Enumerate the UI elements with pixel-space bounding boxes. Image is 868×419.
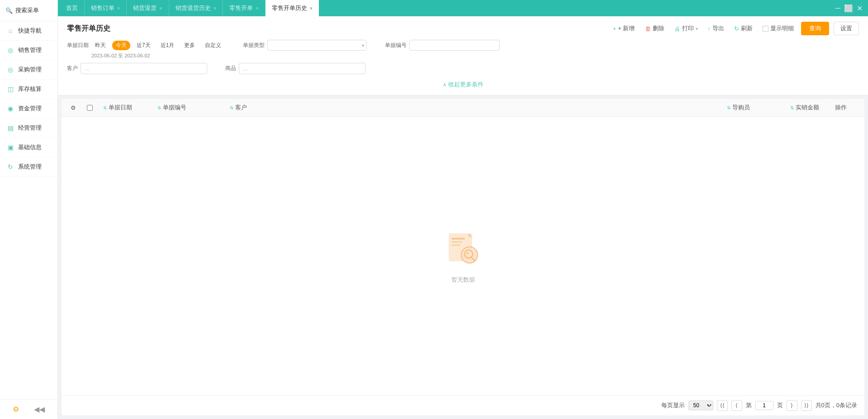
date-btn-custom[interactable]: 自定义	[201, 41, 225, 50]
export-button[interactable]: ↑ 导出	[705, 23, 727, 34]
add-button[interactable]: + + 新增	[610, 23, 638, 34]
select-all-checkbox[interactable]	[87, 105, 93, 111]
sales-icon: ◎	[6, 46, 14, 54]
date-btn-more[interactable]: 更多	[180, 41, 199, 50]
maximize-icon[interactable]: ⬜	[844, 4, 853, 13]
tab-retail-open-label: 零售开单	[229, 4, 253, 12]
tab-sales-return-history[interactable]: 销货退货历史 ×	[169, 0, 223, 16]
display-label: 显示明细	[770, 24, 794, 33]
tab-sales-return[interactable]: 销货退货 ×	[127, 0, 169, 16]
sidebar-item-label: 库存核算	[18, 85, 42, 93]
filter-row-1: 单据日期 昨天 今天 近7天 近1月 更多 自定义 单据类型	[67, 40, 859, 51]
date-btn-7days[interactable]: 近7天	[133, 41, 154, 50]
delete-button[interactable]: 🗑 删除	[642, 23, 667, 34]
sort-icon-no: ⇅	[157, 105, 161, 110]
page-header: 零售开单历史 + + 新增 🗑 删除 🖨 打印 ▾	[58, 16, 868, 95]
empty-state: 暂无数据	[62, 117, 864, 395]
display-detail-toggle[interactable]: 显示明细	[760, 23, 797, 34]
th-no-label: 单据编号	[163, 104, 186, 112]
sidebar-item-label: 基础信息	[18, 143, 42, 151]
export-label: 导出	[712, 24, 724, 33]
query-button[interactable]: 查询	[801, 22, 829, 35]
search-label: 搜索采单	[15, 6, 39, 14]
print-label: 打印	[682, 24, 694, 33]
close-sales-order-icon[interactable]: ×	[117, 5, 120, 11]
doc-no-input[interactable]	[409, 40, 500, 51]
sidebar-item-label: 快捷导航	[18, 27, 42, 35]
top-tabs-bar: 首页 销售订单 × 销货退货 × 销货退货历史 × 零售开单 × 零售开单历史 …	[58, 0, 868, 16]
th-customer[interactable]: ⇅ 客户	[226, 99, 723, 116]
date-btn-1month[interactable]: 近1月	[157, 41, 178, 50]
goods-label: 商品	[225, 65, 236, 72]
collapse-label: 收起更多条件	[448, 80, 484, 89]
refresh-button[interactable]: ↻ 刷新	[731, 23, 755, 34]
goods-input[interactable]: ...	[239, 63, 365, 74]
print-icon: 🖨	[674, 25, 680, 32]
date-btn-today[interactable]: 今天	[112, 41, 130, 50]
doc-type-select[interactable]	[267, 40, 367, 51]
setting-button[interactable]: 设置	[834, 22, 859, 35]
th-gear[interactable]: ⚙	[67, 100, 83, 116]
th-guide[interactable]: ⇅ 导购员	[723, 99, 768, 116]
th-check[interactable]	[83, 100, 100, 115]
sidebar-item-inventory[interactable]: ◫ 库存核算	[0, 80, 57, 99]
sidebar-item-finance[interactable]: ◉ 资金管理	[0, 99, 57, 118]
date-btn-yesterday[interactable]: 昨天	[91, 41, 109, 50]
per-page-select[interactable]: 50 100 200	[688, 400, 713, 410]
th-date[interactable]: ⇅ 单据日期	[100, 99, 154, 116]
sidebar-item-label: 经营管理	[18, 124, 42, 132]
close-retail-open-icon[interactable]: ×	[256, 5, 258, 11]
search-menu-item[interactable]: 🔍 搜索采单	[0, 0, 57, 21]
purchase-icon: ◎	[6, 66, 14, 74]
filter-date: 单据日期 昨天 今天 近7天 近1月 更多 自定义	[67, 41, 225, 50]
customer-input[interactable]: ...	[81, 63, 207, 74]
page-suffix-label: 页	[777, 401, 783, 410]
close-sales-return-history-icon[interactable]: ×	[213, 5, 216, 11]
tab-home-label: 首页	[66, 4, 78, 12]
sort-icon-date: ⇅	[103, 105, 107, 110]
page-prefix-label: 第	[746, 401, 752, 410]
sidebar-item-purchase-mgmt[interactable]: ◎ 采购管理	[0, 60, 57, 80]
tab-retail-open[interactable]: 零售开单 ×	[223, 0, 265, 16]
window-controls: ─ ⬜ ✕	[835, 4, 866, 13]
date-filters: 昨天 今天 近7天 近1月 更多 自定义	[91, 41, 225, 50]
svg-rect-3	[451, 245, 460, 246]
ops-icon: ▤	[6, 124, 14, 132]
print-button[interactable]: 🖨 打印 ▾	[672, 23, 701, 34]
sidebar-item-basic-info[interactable]: ▣ 基础信息	[0, 138, 57, 157]
sidebar-item-system-mgmt[interactable]: ↻ 系统管理	[0, 157, 57, 177]
delete-icon: 🗑	[645, 25, 651, 32]
basic-icon: ▣	[6, 143, 14, 151]
tab-sales-order[interactable]: 销售订单 ×	[85, 0, 127, 16]
sort-icon-customer: ⇅	[230, 105, 233, 110]
chevron-up-icon: ∧	[443, 82, 446, 88]
sidebar-item-sales-mgmt[interactable]: ◎ 销售管理	[0, 41, 57, 60]
pagination: 每页显示 50 100 200 ⟨⟨ ⟨ 第 页 ⟩ ⟩⟩ 共0页，0条记录	[62, 395, 864, 415]
date-label: 单据日期	[67, 42, 89, 49]
tab-retail-open-history[interactable]: 零售开单历史 ×	[266, 0, 319, 16]
first-page-button[interactable]: ⟨⟨	[717, 400, 728, 411]
close-retail-open-history-icon[interactable]: ×	[310, 5, 313, 11]
sidebar-item-quick-nav[interactable]: ⌂ 快捷导航	[0, 21, 57, 41]
collapse-sidebar-icon[interactable]: ◀◀	[34, 405, 45, 414]
doc-type-select-wrapper	[267, 40, 367, 51]
th-no[interactable]: ⇅ 单据编号	[154, 99, 226, 116]
settings-gear-icon[interactable]: ⚙	[13, 405, 19, 414]
window-close-icon[interactable]: ✕	[857, 4, 863, 13]
next-page-button[interactable]: ⟩	[787, 400, 797, 411]
minimize-icon[interactable]: ─	[835, 4, 840, 12]
filter-customer: 客户 ...	[67, 63, 207, 74]
collapse-more-btn[interactable]: ∧ 收起更多条件	[67, 79, 859, 90]
close-sales-return-icon[interactable]: ×	[159, 5, 162, 11]
sidebar-item-ops-mgmt[interactable]: ▤ 经营管理	[0, 118, 57, 138]
table-area: ⚙ ⇅ 单据日期 ⇅ 单据编号 ⇅ 客户 ⇅	[62, 99, 864, 415]
th-amount[interactable]: ⇅ 实销金额	[768, 99, 823, 116]
per-page-select-wrapper: 50 100 200	[688, 400, 713, 410]
sidebar-item-label: 销售管理	[18, 46, 42, 54]
empty-text: 暂无数据	[451, 276, 475, 284]
prev-page-button[interactable]: ⟨	[731, 400, 742, 411]
last-page-button[interactable]: ⟩⟩	[801, 400, 812, 411]
tab-home[interactable]: 首页	[60, 0, 85, 16]
table-header: ⚙ ⇅ 单据日期 ⇅ 单据编号 ⇅ 客户 ⇅	[62, 99, 864, 117]
current-page-input[interactable]	[755, 401, 773, 410]
